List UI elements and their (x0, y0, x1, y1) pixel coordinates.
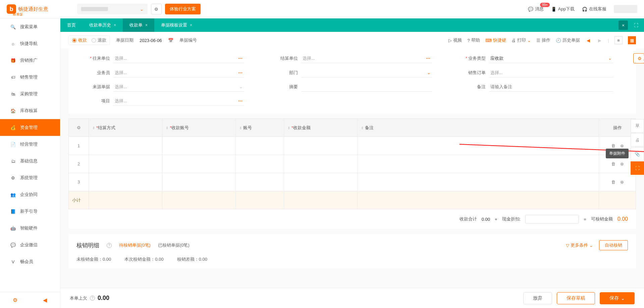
row-number: 3 (69, 173, 89, 191)
company-dropdown[interactable]: ⌄ (77, 4, 148, 14)
history-link[interactable]: 🕘历史单据 (556, 37, 580, 43)
delete-icon[interactable]: 🗑 (611, 161, 615, 166)
calendar-icon[interactable]: 📅 (168, 38, 173, 43)
video-link[interactable]: ▷视频 (448, 37, 462, 43)
cell[interactable] (284, 137, 357, 155)
messages-link[interactable]: 💬 消息 99+ (528, 6, 544, 12)
close-icon[interactable]: × (114, 23, 116, 28)
sidebar-item-collab[interactable]: 👥企业协同 (0, 186, 60, 203)
cash-discount-input[interactable] (525, 215, 579, 223)
add-icon[interactable]: ⊕ (620, 143, 624, 148)
sidebar-item-operation[interactable]: 📄经营管理 (0, 136, 60, 153)
rail-expand-button[interactable]: ⛶ (631, 161, 644, 175)
sidebar-item-search[interactable]: 🔍搜索菜单 (0, 18, 60, 35)
cell[interactable] (89, 155, 162, 173)
grid-header-account[interactable]: ⇕*收款账号 (162, 119, 236, 137)
grid-header-amount[interactable]: ⇕*收款金额 (284, 119, 357, 137)
sidebar-item-guide[interactable]: 📘新手引导 (0, 203, 60, 220)
verify-tab-pending[interactable]: 待核销单据(0笔) (119, 242, 151, 248)
save-draft-button[interactable]: 保存草稿 (557, 292, 595, 304)
cell[interactable] (236, 137, 284, 155)
prev-doc-button[interactable]: ◀ (585, 38, 591, 43)
sidebar-item-purchase[interactable]: 🛍采购管理 (0, 86, 60, 102)
cell[interactable] (236, 173, 284, 191)
cell[interactable] (236, 155, 284, 173)
help-icon[interactable]: ? (90, 296, 95, 301)
tab-template[interactable]: 单据模板设置× (154, 18, 199, 32)
sidebar-item-inventory[interactable]: 🏠库存核算 (0, 102, 60, 119)
cell[interactable] (284, 173, 357, 191)
shortcut-link[interactable]: ⌨快捷键 (485, 37, 506, 43)
print-link[interactable]: 🖨打印⌄ (512, 37, 531, 43)
radio-receive[interactable]: 收款 (72, 37, 87, 43)
sidebar-item-hardware[interactable]: 🤖智能硬件 (0, 220, 60, 237)
tab-close-all-button[interactable]: × (619, 20, 628, 30)
source-select[interactable]: 选择...⌄ (113, 82, 244, 92)
sidebar-item-wechat[interactable]: 💬企业微信 (0, 237, 60, 253)
user-avatar[interactable] (614, 5, 637, 13)
close-icon[interactable]: × (190, 23, 192, 28)
date-value[interactable]: 2023-06-06 (140, 38, 162, 43)
help-link[interactable]: ?帮助 (467, 37, 480, 43)
app-download-link[interactable]: 📱 App下载 (551, 6, 575, 12)
grid-header-gear[interactable]: ⚙ (69, 119, 89, 137)
verify-tab-done[interactable]: 已核销单据(0笔) (158, 242, 190, 248)
dept-select[interactable]: ⌄ (301, 68, 432, 78)
sidebar-item-system[interactable]: ⚙系统管理 (0, 169, 60, 186)
help-icon[interactable]: ? (107, 243, 112, 248)
salesman-input[interactable]: 选择...⋯ (113, 68, 244, 78)
cell[interactable] (89, 137, 162, 155)
add-icon[interactable]: ⊕ (620, 179, 624, 185)
close-icon[interactable]: × (145, 23, 148, 28)
rail-draft-button[interactable]: 草 (631, 119, 644, 133)
tab-receipt[interactable]: 收款单× (123, 18, 154, 32)
sidebar-item-funds[interactable]: 💰资金管理 (0, 119, 60, 136)
cell[interactable] (89, 173, 162, 191)
sidebar-item-basicinfo[interactable]: 🗂基础信息 (0, 153, 60, 169)
partner-input[interactable]: 选择...⋯ (113, 54, 244, 63)
cell[interactable] (284, 155, 357, 173)
discard-button[interactable]: 放弃 (523, 292, 552, 304)
cell[interactable] (162, 137, 236, 155)
tab-receipt-history[interactable]: 收款单历史× (83, 18, 123, 32)
add-icon[interactable]: ⊕ (620, 161, 624, 166)
sidebar-item-marketing[interactable]: 🎁营销推广 (0, 52, 60, 69)
radio-refund[interactable]: 退款 (92, 37, 106, 43)
cell[interactable] (358, 155, 599, 173)
trial-industry-button[interactable]: 体验行业方案 (165, 4, 201, 14)
sidebar-item-sales[interactable]: 🏷销售管理 (0, 69, 60, 86)
view-list-button[interactable]: ≡ (614, 36, 623, 44)
project-input[interactable]: 选择...⋯ (113, 96, 244, 106)
online-service-link[interactable]: 🎧 在线客服 (582, 6, 606, 12)
form-settings-button[interactable]: ⚙设置 (633, 53, 644, 63)
operation-link[interactable]: ☰操作 (536, 37, 550, 43)
remark-input[interactable] (489, 82, 613, 92)
sidebar-settings-button[interactable]: ⚙ (0, 297, 30, 303)
view-form-button[interactable]: ▦ (628, 36, 636, 44)
sidebar-item-vip[interactable]: V畅会员 (0, 253, 60, 270)
settings-gear-button[interactable]: ⚙ (151, 4, 162, 14)
sidebar-item-quicknav[interactable]: ⌂快捷导航 (0, 35, 60, 52)
salesorder-input[interactable]: 选择... (489, 68, 613, 78)
cell[interactable] (162, 173, 236, 191)
cell[interactable] (358, 173, 599, 191)
delete-icon[interactable]: 🗑 (611, 179, 615, 185)
grid-header-accountno[interactable]: ⇕账号 (236, 119, 284, 137)
next-doc-button[interactable]: ▶ (597, 38, 603, 43)
cell[interactable] (358, 137, 599, 155)
fullscreen-button[interactable]: ⛶ (631, 20, 641, 30)
sidebar-collapse-button[interactable]: ◀ (30, 297, 60, 303)
auto-verify-button[interactable]: 自动核销 (599, 240, 628, 250)
biztype-select[interactable]: 应收款⌄ (489, 54, 613, 63)
settlement-input[interactable]: 选择...⋯ (301, 54, 432, 63)
cell[interactable] (162, 155, 236, 173)
grid-header-settlement[interactable]: ⇕*结算方式 (89, 119, 162, 137)
tab-home[interactable]: 首页 (60, 18, 83, 32)
grid-header-remark[interactable]: ⇕备注 (358, 119, 599, 137)
summary-input[interactable] (301, 82, 432, 92)
rail-print-button[interactable]: 🖨 (631, 133, 644, 147)
rail-attachment-button[interactable]: 📎 (631, 147, 644, 161)
more-conditions-link[interactable]: ▽更多条件⌄ (566, 242, 593, 248)
delete-icon[interactable]: 🗑 (611, 143, 615, 148)
save-button[interactable]: 保存⌄ (600, 292, 635, 304)
